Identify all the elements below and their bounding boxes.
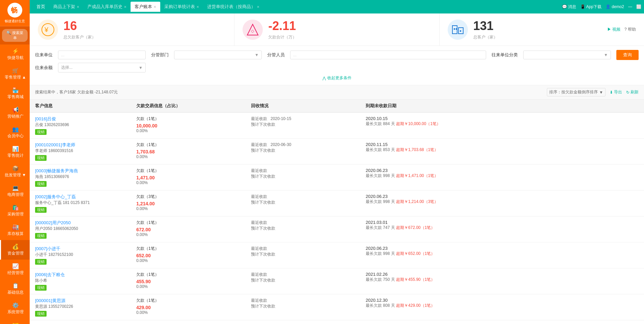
svg-rect-8 (456, 28, 457, 30)
sidebar-item-purchase[interactable]: 🛍️ 采购管理 (0, 201, 30, 220)
debt-info-0: 欠款（1笔） 10,000.00 0.00% (136, 116, 251, 133)
debt-info-6: 欠款（1笔） 455.90 0.00% (136, 272, 251, 289)
tab-purchase-by-product[interactable]: 进货单统计表（按商品） ✕ (203, 2, 263, 12)
tab-customer-account[interactable]: 客户账本 ✕ (131, 2, 160, 12)
sidebar-item-member[interactable]: 👥 会员中心 (0, 123, 30, 142)
due-date-5: 2020.06.23 (366, 246, 639, 251)
filter-input-unit[interactable]: ... (58, 51, 146, 59)
overdue-amount-4[interactable]: 超期￥672.00（1笔） (396, 225, 435, 230)
tab-product-listing[interactable]: 商品上下架 ✕ (49, 2, 83, 12)
debt-amount-3: 1,214.00 (136, 201, 251, 206)
sidebar-item-marketing[interactable]: 📢 营销推广 (0, 103, 30, 123)
customer-tag-2: 现销 (35, 181, 47, 187)
col-header-customer: 客户信息 (35, 103, 136, 109)
filter-input-person[interactable]: ... (290, 51, 486, 59)
stat-label-debt-total: 欠款合计（万） (268, 34, 297, 40)
stats-bar: ¥ 16 总欠款客户（家） ◇ -2.11 欠款合计（万） (30, 13, 644, 46)
tab-finished-goods[interactable]: 产成品入库单历史 ✕ (83, 2, 131, 12)
overdue-amount-0[interactable]: 超期￥10,000.00（1笔） (396, 121, 441, 126)
window-minimize-btn[interactable]: — (628, 4, 632, 9)
next-collect-0: 预计下次收款 (251, 122, 366, 127)
debt-count-7: 欠款（1笔） (136, 298, 251, 303)
sidebar-item-system[interactable]: ⚙️ 系统管理 (0, 299, 30, 318)
window-maximize-btn[interactable]: ⬜ (636, 4, 641, 9)
refresh-btn[interactable]: ↻ 刷新 (626, 89, 639, 95)
debt-info-4: 欠款（1笔） 672.00 0.00% (136, 220, 251, 237)
close-tab-customer-account[interactable]: ✕ (153, 5, 156, 9)
topbar-actions: 💬 消息 📱 App下载 👤 demo2 — ⬜ (562, 4, 641, 10)
overdue-amount-7[interactable]: 超期￥429.00（1笔） (396, 303, 435, 308)
customer-name-0[interactable]: [0016]吕俊 (35, 116, 136, 122)
sidebar-item-retail-stats[interactable]: 📊 零售统计 (0, 142, 30, 162)
sidebar-logo: 畅 畅捷通好生意 (0, 0, 30, 26)
close-tab-purchase-by-product[interactable]: ✕ (257, 5, 259, 9)
sort-select[interactable]: 排序：按欠款金额倒序排序 ▼ (547, 88, 606, 96)
overdue-amount-2[interactable]: 超期￥1,471.00（1笔） (396, 173, 438, 178)
next-collect-7: 预计下次收款 (251, 303, 366, 309)
sidebar-item-finance[interactable]: 💰 资金管理 (0, 240, 30, 260)
customer-phone-7: 黄思源 13552700226 (35, 304, 136, 310)
next-collect-2: 预计下次收款 (251, 174, 366, 179)
search-menu-item[interactable]: 🔍 搜索菜单 (2, 29, 28, 42)
last-collect-7: 最近收款 (251, 298, 366, 303)
export-btn[interactable]: ⬇ 导出 (610, 89, 622, 95)
last-collect-0: 最近收款 2020-10-15 (251, 116, 366, 122)
overdue-amount-3[interactable]: 超期￥1,214.00（3笔） (396, 199, 438, 204)
customer-name-1[interactable]: [0001020001]李老师 (35, 142, 136, 148)
debt-count-3: 欠款（3笔） (136, 194, 251, 200)
sidebar-item-basic-info[interactable]: 📋 基础信息 (0, 279, 30, 299)
filter-select-dept[interactable]: ▼ (174, 51, 262, 59)
customer-phone-5: 小进千 18279152100 (35, 252, 136, 258)
customer-info-5: [0007]小进千 小进千 18279152100 现销 (35, 246, 136, 265)
overdue-amount-5[interactable]: 超期￥652.00（1笔） (396, 251, 435, 256)
logo-icon: 畅 (7, 3, 22, 18)
sidebar-item-quick-nav[interactable]: ⚡ 快捷导航 (0, 45, 30, 64)
app-download-btn[interactable]: 📱 App下载 (580, 4, 601, 10)
due-date-7: 2020.12.30 (366, 298, 639, 303)
help-btn[interactable]: ? 帮助 (624, 27, 636, 32)
filter-select-unit-type[interactable]: ▼ (523, 51, 611, 59)
sidebar-nav: ⚡ 快捷导航 🛒 零售管理 ▲ 🏪 零售商城 📢 营销推广 👥 会员中心 📊 零… (0, 45, 30, 324)
customer-name-5[interactable]: [0007]小进千 (35, 246, 136, 252)
customer-tag-3: 现销 (35, 207, 47, 213)
due-date-info-1: 2020.11.15 最长欠款 853 天 超期￥1,703.68（1笔） (366, 142, 639, 153)
customer-name-7[interactable]: [000001]黄思源 (35, 298, 136, 304)
filter-area: 往来单位 ... 分管部门 ▼ 分管人员 ... 往来单位分类 ▼ (30, 46, 644, 85)
overdue-amount-1[interactable]: 超期￥1,703.68（1笔） (396, 147, 438, 152)
due-date-info-6: 2021.02.26 最长欠款 750 天 超期￥455.90（1笔） (366, 272, 639, 283)
customer-name-6[interactable]: [0006]去下粮仓 (35, 272, 136, 278)
customer-tag-4: 现销 (35, 233, 47, 239)
svg-text:¥: ¥ (44, 26, 49, 33)
collection-info-7: 最近收款 预计下次收款 (251, 298, 366, 309)
sidebar-item-retail-mgmt[interactable]: 🛒 零售管理 ▲ (0, 64, 30, 84)
stat-value-debtors: 16 (63, 19, 96, 33)
sidebar-item-collab[interactable]: 🤝 企业协同 (0, 318, 30, 324)
search-button[interactable]: 查询 (616, 50, 639, 60)
close-tab-finished-goods[interactable]: ✕ (124, 5, 127, 9)
tab-home[interactable]: 首页 (32, 2, 49, 12)
sidebar-item-inventory[interactable]: 🏭 库存核算 (0, 220, 30, 240)
customer-name-2[interactable]: [0003]畅捷服务尹海燕 (35, 168, 136, 174)
sidebar-item-retail-mall[interactable]: 🏪 零售商城 (0, 84, 30, 103)
sidebar-item-wholesale[interactable]: 📦 批发管理 ▼ (0, 162, 30, 181)
close-tab-product-listing[interactable]: ✕ (77, 5, 79, 9)
video-btn[interactable]: ▶ 视频 (607, 27, 620, 32)
sidebar-item-ops[interactable]: 📈 经营管理 (0, 260, 30, 279)
message-btn[interactable]: 💬 消息 (562, 4, 576, 10)
customer-name-3[interactable]: [0002]服务中心_丁磊 (35, 194, 136, 200)
customer-phone-3: 服务中心_丁磊 181 0125 8371 (35, 200, 136, 206)
sidebar-item-ecommerce[interactable]: 💻 电商管理 (0, 181, 30, 201)
debt-count-2: 欠款（1笔） (136, 168, 251, 174)
tab-purchase-order-stats[interactable]: 采购订单统计表 ✕ (160, 2, 203, 12)
overdue-days-2: 最长欠款 998 天 超期￥1,471.00（1笔） (366, 173, 639, 179)
collapse-btn[interactable]: ⋀ 收起更多条件 (323, 75, 352, 81)
close-tab-purchase-order-stats[interactable]: ✕ (196, 5, 199, 9)
overdue-amount-6[interactable]: 超期￥455.90（1笔） (396, 277, 435, 282)
next-collect-6: 预计下次收款 (251, 277, 366, 283)
customer-name-4[interactable]: [000002]用户2050 (35, 220, 136, 226)
due-date-info-2: 2020.06.23 最长欠款 998 天 超期￥1,471.00（1笔） (366, 168, 639, 179)
user-avatar[interactable]: 👤 demo2 (606, 4, 624, 9)
col-header-collection: 回收情况 (251, 103, 366, 109)
due-date-0: 2020.10.15 (366, 116, 639, 121)
filter-select-balance[interactable]: 选择... ▼ (58, 63, 146, 72)
